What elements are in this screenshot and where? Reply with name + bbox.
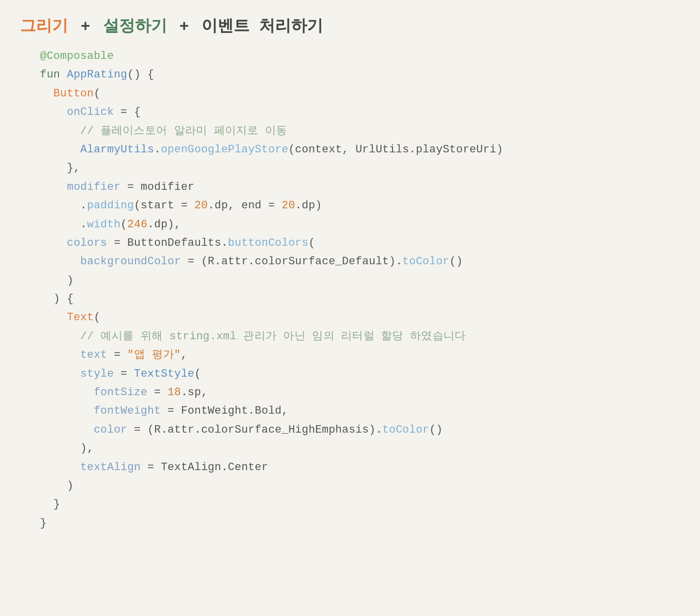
code-line-button-body: ) { <box>40 290 675 308</box>
code-line-fun: fun AppRating() { <box>40 65 675 84</box>
code-line-annotation: @Composable <box>40 47 675 65</box>
code-line-close-colors: ) <box>40 271 675 290</box>
code-line-textalign: textAlign = TextAlign.Center <box>40 458 675 477</box>
title-plus1: + <box>71 17 100 36</box>
code-line-comment1: // 플레이스토어 알라미 페이지로 이동 <box>40 122 675 140</box>
code-line-alarmyutils: AlarmyUtils.openGooglePlayStore(context,… <box>40 140 675 159</box>
code-line-width: .width(246.dp), <box>40 215 675 234</box>
title-draw: 그리기 <box>20 17 68 36</box>
code-line-fontsize: fontSize = 18.sp, <box>40 383 675 402</box>
code-line-button: Button( <box>40 84 675 103</box>
title-event: 이벤트 처리하기 <box>202 17 323 36</box>
code-line-brace1: }, <box>40 159 675 177</box>
code-line-comment2: // 예시를 위해 string.xml 관리가 아닌 임의 리터럴 할당 하였… <box>40 327 675 346</box>
code-line-close-fun: } <box>40 514 675 533</box>
code-line-padding: .padding(start = 20.dp, end = 20.dp) <box>40 196 675 215</box>
code-line-text: Text( <box>40 308 675 327</box>
code-line-style: style = TextStyle( <box>40 365 675 383</box>
title-plus2: + <box>170 17 199 36</box>
code-block: @Composable fun AppRating() { Button( on… <box>20 37 680 543</box>
code-line-color: color = (R.attr.colorSurface_HighEmphasi… <box>40 421 675 439</box>
code-line-close-textstyle: ), <box>40 439 675 458</box>
code-line-close-text: ) <box>40 477 675 495</box>
title-configure: 설정하기 <box>103 17 167 36</box>
page-title: 그리기 + 설정하기 + 이벤트 처리하기 <box>20 15 680 37</box>
code-line-close-button-body: } <box>40 495 675 514</box>
code-line-bgcolor: backgroundColor = (R.attr.colorSurface_D… <box>40 252 675 271</box>
code-line-modifier1: modifier = modifier <box>40 178 675 196</box>
code-line-onclick: onClick = { <box>40 103 675 121</box>
code-line-colors: colors = ButtonDefaults.buttonColors( <box>40 234 675 252</box>
code-line-fontweight: fontWeight = FontWeight.Bold, <box>40 402 675 420</box>
code-line-text-param: text = "앱 평가", <box>40 346 675 364</box>
